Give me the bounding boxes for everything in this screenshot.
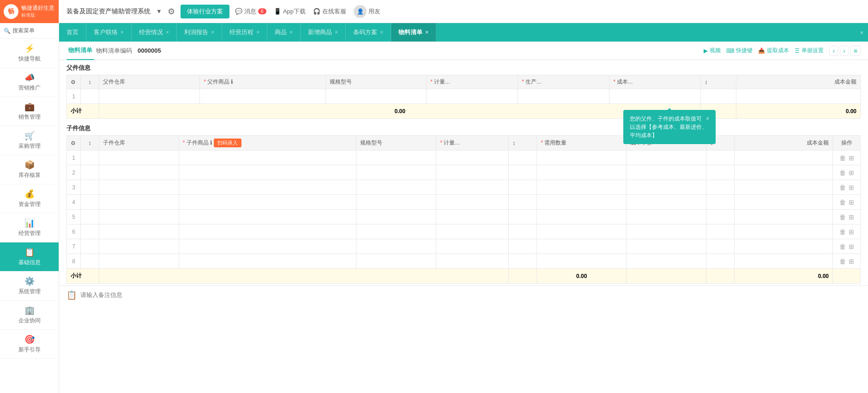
parent-row-spec[interactable] (326, 89, 427, 104)
child-table-row: 6 🗑 ⊞ (67, 224, 861, 239)
sub-tab-bom-code[interactable]: 物料清单编码 (94, 42, 134, 60)
parent-row-production[interactable] (518, 89, 609, 104)
list-view-btn[interactable]: ≡ (850, 46, 861, 56)
sidebar-item-label: 销售管理 (18, 113, 41, 121)
tab-bom[interactable]: 物料清单 × (391, 23, 436, 42)
parent-section-title: 父件信息 (66, 64, 861, 72)
copy-icon-2[interactable]: ⊞ (849, 169, 854, 176)
parent-row-cost[interactable] (609, 89, 701, 104)
sidebar-item-operations[interactable]: 📊 经营管理 (0, 213, 59, 242)
sidebar-item-quick-nav[interactable]: ⚡ 快捷导航 (0, 39, 59, 68)
note-icon: 📋 (66, 290, 77, 300)
child-row-1-spec[interactable] (356, 151, 436, 165)
copy-icon-4[interactable]: ⊞ (849, 199, 854, 206)
sidebar-item-marketing[interactable]: 📣 营销推广 (0, 68, 59, 97)
child-row-1-unit[interactable] (436, 151, 509, 165)
th-child-gear[interactable]: ⚙ (67, 136, 81, 151)
copy-icon-5[interactable]: ⊞ (849, 213, 854, 221)
note-input[interactable] (80, 291, 861, 298)
dropdown-arrow[interactable]: ▼ (156, 8, 162, 15)
tab-home[interactable]: 首页 (59, 23, 86, 42)
close-all-tabs[interactable]: × (855, 29, 868, 36)
tab-new-goods[interactable]: 新增商品 × (301, 23, 346, 42)
app-download-btn[interactable]: 📱 App下载 (274, 7, 306, 16)
tooltip-close-btn[interactable]: × (706, 115, 709, 123)
delete-icon-8[interactable]: 🗑 (839, 258, 846, 265)
child-table-row: 7 🗑 ⊞ (67, 239, 861, 254)
logo-area: 畅 畅捷通好生意 标准版 (0, 0, 59, 23)
extract-cost-btn[interactable]: 📥 提取成本 (758, 47, 789, 54)
delete-icon-7[interactable]: 🗑 (839, 243, 846, 250)
prev-page-btn[interactable]: ‹ (829, 46, 838, 56)
tab-barcode-close[interactable]: × (380, 29, 383, 36)
tab-customer-close[interactable]: × (121, 29, 124, 36)
parent-row-goods[interactable] (200, 89, 326, 104)
service-icon: 🎧 (313, 8, 320, 15)
delete-icon-6[interactable]: 🗑 (839, 228, 846, 236)
sidebar-item-basic-info[interactable]: 📋 基础信息 (0, 242, 59, 272)
single-settings-btn[interactable]: ☰ 单据设置 (795, 47, 824, 54)
tab-goods-close[interactable]: × (289, 29, 293, 36)
sidebar-item-enterprise[interactable]: 🏢 企业协同 (0, 301, 59, 330)
view-btn[interactable]: ▶ 视频 (704, 47, 721, 54)
th-parent-production: * 生产... (518, 75, 609, 89)
parent-row-unit[interactable] (427, 89, 518, 104)
tab-new-goods-close[interactable]: × (335, 29, 338, 36)
sidebar-item-inventory[interactable]: 📦 库存核算 (0, 155, 59, 184)
child-row-6-num: 6 (67, 224, 81, 239)
th-parent-warehouse: 父件仓库 (99, 75, 200, 89)
copy-icon-7[interactable]: ⊞ (849, 243, 854, 250)
sidebar-item-purchase[interactable]: 🛒 采购管理 (0, 126, 59, 155)
delete-icon-3[interactable]: 🗑 (839, 184, 846, 191)
sidebar-item-finance[interactable]: 💰 资金管理 (0, 184, 59, 213)
next-page-btn[interactable]: › (840, 46, 849, 56)
tab-customer[interactable]: 客户联络 × (86, 23, 132, 42)
tab-goods[interactable]: 商品 × (267, 23, 301, 42)
child-row-1-quantity[interactable] (537, 151, 627, 165)
th-child-actions: 操作 (833, 136, 861, 151)
tab-operations-status[interactable]: 经营情况 × (132, 23, 177, 42)
sub-tab-bom-list[interactable]: 物料清单 (66, 42, 94, 60)
sidebar-nav: ⚡ 快捷导航 📣 营销推广 💼 销售管理 🛒 采购管理 📦 库存核算 💰 资金管… (0, 39, 59, 393)
copy-icon-6[interactable]: ⊞ (849, 228, 854, 236)
delete-icon-4[interactable]: 🗑 (839, 199, 846, 206)
tab-history[interactable]: 经营历程 × (222, 23, 267, 42)
gear-icon[interactable]: ⚙ (168, 6, 175, 17)
sidebar-item-system[interactable]: ⚙️ 系统管理 (0, 272, 59, 301)
delete-icon-5[interactable]: 🗑 (839, 213, 846, 221)
purchase-icon: 🛒 (24, 131, 35, 141)
tab-profit-label: 利润报告 (184, 28, 208, 36)
sidebar-item-label: 基础信息 (18, 259, 41, 266)
child-row-1-goods[interactable] (179, 151, 356, 165)
child-row-3-num: 3 (67, 180, 81, 195)
shortcut-btn[interactable]: ⌨ 快捷键 (726, 47, 753, 54)
message-btn[interactable]: 💬 消息 6 (235, 7, 266, 16)
copy-icon-8[interactable]: ⊞ (849, 258, 854, 265)
tab-profit-close[interactable]: × (211, 29, 214, 36)
delete-icon-1[interactable]: 🗑 (839, 154, 846, 162)
th-gear[interactable]: ⚙ (67, 75, 81, 89)
tab-operations-status-close[interactable]: × (166, 29, 169, 36)
tab-profit[interactable]: 利润报告 × (177, 23, 222, 42)
child-row-1-sort (81, 151, 99, 165)
experience-btn[interactable]: 体验行业方案 (181, 5, 229, 18)
online-service-btn[interactable]: 🎧 在线客服 (313, 7, 346, 16)
delete-icon-2[interactable]: 🗑 (839, 169, 846, 176)
view-label: 视频 (710, 47, 721, 54)
logo-icon: 畅 (4, 4, 18, 19)
user-btn[interactable]: 👤 用友 (354, 5, 380, 18)
tab-bom-close[interactable]: × (425, 29, 428, 36)
sidebar-item-guide[interactable]: 🎯 新手引导 (0, 330, 59, 359)
tab-barcode[interactable]: 条码方案 × (346, 23, 391, 42)
scan-input-btn[interactable]: 扫码录入 (214, 139, 241, 147)
finance-icon: 💰 (24, 189, 35, 199)
sidebar-search[interactable]: 🔍 搜索菜单 (0, 23, 59, 39)
copy-icon-3[interactable]: ⊞ (849, 184, 854, 191)
child-row-1-warehouse[interactable] (99, 151, 179, 165)
sidebar-item-label: 资金管理 (18, 200, 41, 208)
sidebar-item-sales[interactable]: 💼 销售管理 (0, 97, 59, 126)
parent-row-warehouse[interactable] (99, 89, 200, 104)
tab-history-close[interactable]: × (256, 29, 259, 36)
copy-icon-1[interactable]: ⊞ (849, 154, 854, 162)
child-row-1-unit-cost[interactable] (627, 151, 706, 165)
